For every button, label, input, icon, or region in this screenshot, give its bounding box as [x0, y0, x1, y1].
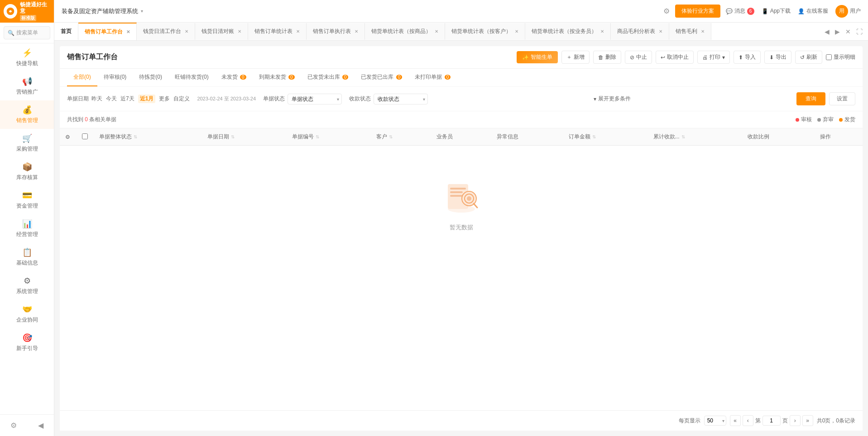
sort-customer-icon[interactable]: ⇅ — [389, 134, 393, 139]
date-opt-more[interactable]: 更多 — [159, 95, 170, 103]
sort-status-icon[interactable]: ⇅ — [134, 134, 137, 139]
tab-close-icon[interactable]: ✕ — [126, 29, 130, 34]
tab-close-icon[interactable]: ✕ — [435, 29, 438, 34]
tab-close-icon[interactable]: ✕ — [185, 29, 188, 34]
subtab-shipped-out[interactable]: 已发货已出库 0 — [355, 69, 408, 86]
tab-home[interactable]: 首页 — [54, 23, 78, 40]
finance-icon: 💳 — [22, 190, 32, 200]
first-page-button[interactable]: « — [730, 415, 741, 426]
filter-status-select[interactable]: 单据状态 — [288, 94, 342, 104]
sort-amount-icon[interactable]: ⇅ — [592, 134, 596, 139]
settings-bottom-button[interactable]: ⚙ — [9, 419, 19, 431]
subtab-pending-inspect[interactable]: 待拣货(0) — [133, 69, 168, 86]
user-button[interactable]: 用 用户 — [835, 5, 861, 18]
tab-sales-by-customer[interactable]: 销货单统计表（按客户） ✕ — [445, 23, 525, 40]
subtab-wangpu[interactable]: 旺铺待发货(0) — [168, 69, 215, 86]
collapse-sidebar-button[interactable]: ◀ — [36, 419, 45, 431]
date-opt-yesterday[interactable]: 昨天 — [91, 95, 102, 103]
tab-close-icon[interactable]: ✕ — [355, 29, 358, 34]
ai-generate-button[interactable]: ✨ 智能生单 — [517, 51, 558, 63]
tab-close-all-button[interactable]: ✕ — [844, 26, 853, 37]
industry-solution-button[interactable]: 体验行业方案 — [675, 5, 720, 18]
show-detail-checkbox[interactable] — [826, 54, 832, 60]
print-button[interactable]: 🖨 打印 ▾ — [697, 51, 730, 64]
select-all-checkbox[interactable] — [82, 133, 88, 139]
sidebar-item-system[interactable]: ⚙ 系统管理 — [0, 271, 54, 300]
tab-gross-margin[interactable]: 商品毛利分析表 ✕ — [611, 23, 669, 40]
filter-settings-button[interactable]: 设置 — [829, 92, 855, 105]
sidebar-item-enterprise[interactable]: 🤝 企业协同 — [0, 300, 54, 328]
tab-close-icon[interactable]: ✕ — [659, 29, 662, 34]
sidebar-item-purchase[interactable]: 🛒 采购管理 — [0, 129, 54, 157]
column-settings-icon[interactable]: ⚙ — [65, 134, 70, 140]
newbie-icon: 🎯 — [22, 333, 32, 343]
topbar-settings-button[interactable]: ⚙ — [663, 7, 670, 15]
subtab-pending-review[interactable]: 待审核(0) — [97, 69, 133, 86]
online-service-button[interactable]: 👤 在线客服 — [798, 7, 828, 15]
date-opt-today[interactable]: 今天 — [106, 95, 117, 103]
sidebar-item-newbie[interactable]: 🎯 新手引导 — [0, 328, 54, 357]
tab-next-button[interactable]: ▶ — [833, 26, 842, 37]
filter-payment-select[interactable]: 收款状态 — [374, 94, 428, 104]
expand-conditions-button[interactable]: ▾ 展开更多条件 — [594, 95, 631, 103]
sidebar-item-operation[interactable]: 📊 经营管理 — [0, 214, 54, 243]
sidebar-item-marketing[interactable]: 📢 营销推广 — [0, 72, 54, 100]
review-action[interactable]: 审核 — [796, 116, 812, 123]
tab-sales-by-staff[interactable]: 销货单统计表（按业务员） ✕ — [525, 23, 611, 40]
cancel-suspend-button[interactable]: ↩ 取消中止 — [656, 51, 694, 64]
app-download-button[interactable]: 📱 App下载 — [762, 7, 791, 15]
tab-close-icon[interactable]: ✕ — [600, 29, 604, 34]
sidebar-item-sales[interactable]: 💰 销售管理 — [0, 100, 54, 129]
next-page-button[interactable]: › — [790, 415, 801, 426]
import-button[interactable]: ⬆ 导入 — [734, 51, 761, 64]
message-badge: 6 — [747, 8, 754, 15]
page-size-select[interactable]: 50 10 20 100 — [704, 416, 726, 426]
sidebar-item-basic[interactable]: 📋 基础信息 — [0, 243, 54, 271]
subtab-not-printed[interactable]: 未打印单据 0 — [408, 69, 457, 86]
tab-close-icon[interactable]: ✕ — [296, 29, 300, 34]
cancel-review-action[interactable]: 弃审 — [817, 116, 834, 123]
tab-prev-button[interactable]: ◀ — [823, 26, 831, 37]
message-button[interactable]: 💬 消息 6 — [726, 7, 754, 15]
filter-date-options: 昨天 今天 近7天 近1月 更多 自定义 — [91, 95, 190, 103]
show-detail-checkbox-label[interactable]: 显示明细 — [826, 53, 855, 61]
subtab-not-shipped[interactable]: 未发货 0 — [215, 69, 253, 86]
last-page-button[interactable]: » — [802, 415, 813, 426]
export-button[interactable]: ⬇ 导出 — [764, 51, 791, 64]
tab-sales-workbench[interactable]: 销售订单工作台 ✕ — [78, 23, 137, 40]
tab-sales-by-product[interactable]: 销货单统计表（按商品） ✕ — [365, 23, 445, 40]
delete-button[interactable]: 🗑 删除 — [593, 51, 621, 64]
query-button[interactable]: 查询 — [796, 92, 825, 105]
tab-cash-reconcile[interactable]: 钱货日清对账 ✕ — [195, 23, 248, 40]
add-icon: ＋ — [566, 53, 572, 61]
tab-cash-daily[interactable]: 钱货日清工作台 ✕ — [137, 23, 195, 40]
page-number-input[interactable] — [762, 416, 781, 426]
sort-collected-icon[interactable]: ⇅ — [681, 134, 685, 139]
subtab-overdue[interactable]: 到期未发货 0 — [253, 69, 301, 86]
tab-sales-stats[interactable]: 销售订单统计表 ✕ — [248, 23, 307, 40]
suspend-button[interactable]: ⊘ 中止 — [625, 51, 652, 64]
sidebar-item-inventory[interactable]: 📦 库存核算 — [0, 157, 54, 186]
date-opt-1month[interactable]: 近1月 — [138, 95, 156, 103]
refresh-button[interactable]: ↺ 刷新 — [795, 51, 822, 64]
date-opt-7days[interactable]: 近7天 — [120, 95, 134, 103]
date-opt-custom[interactable]: 自定义 — [173, 95, 190, 103]
sort-number-icon[interactable]: ⇅ — [316, 134, 319, 139]
prev-page-button[interactable]: ‹ — [743, 415, 753, 426]
sidebar-item-finance[interactable]: 💳 资金管理 — [0, 186, 54, 214]
sidebar-item-label: 快捷导航 — [16, 60, 38, 67]
tab-close-icon[interactable]: ✕ — [701, 29, 705, 34]
subtab-all[interactable]: 全部(0) — [67, 69, 97, 86]
tab-close-icon[interactable]: ✕ — [238, 29, 241, 34]
ship-action[interactable]: 发货 — [839, 116, 855, 123]
th-number: 单据编号 ⇅ — [287, 128, 371, 146]
add-button[interactable]: ＋ 新增 — [561, 51, 590, 64]
tab-sales-exec[interactable]: 销售订单执行表 ✕ — [307, 23, 365, 40]
search-menu-button[interactable]: 🔍 搜索菜单 — [4, 26, 50, 39]
sidebar-item-quick-nav[interactable]: ⚡ 快捷导航 — [0, 43, 54, 72]
sort-date-icon[interactable]: ⇅ — [231, 134, 235, 139]
tab-sales-profit[interactable]: 销售毛利 ✕ — [669, 23, 711, 40]
subtab-shipped-not-out[interactable]: 已发货未出库 0 — [301, 69, 355, 86]
tab-close-icon[interactable]: ✕ — [515, 29, 518, 34]
tab-fullscreen-button[interactable]: ⛶ — [854, 26, 864, 37]
